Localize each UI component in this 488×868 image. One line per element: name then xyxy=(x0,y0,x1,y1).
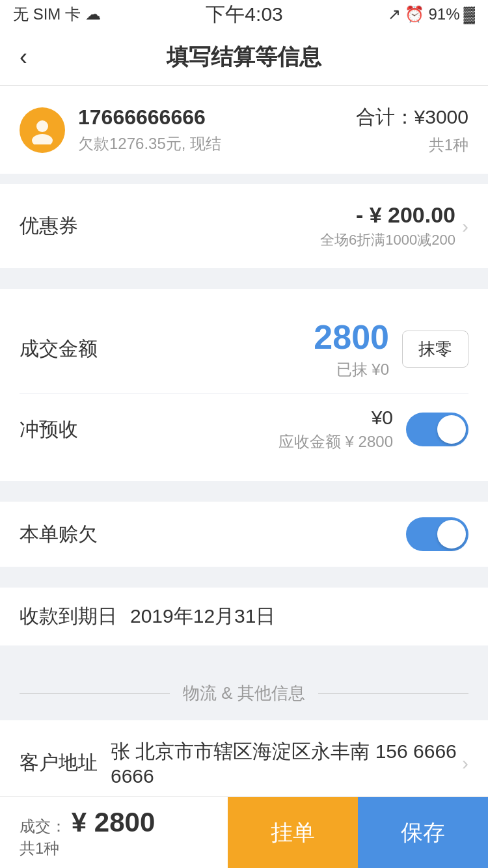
debit-card: 本单赊欠 xyxy=(0,502,488,567)
amount-label: 成交金额 xyxy=(20,336,98,362)
footer-summary-label: 成交： xyxy=(20,817,66,835)
address-card: 客户地址 张 北京市市辖区海淀区永丰南 156 6666 6666 › xyxy=(0,720,488,806)
logistics-divider: 物流 & 其他信息 xyxy=(0,666,488,720)
prepay-value: ¥0 xyxy=(278,407,393,429)
back-button[interactable]: ‹ xyxy=(20,44,27,71)
svg-point-1 xyxy=(32,134,53,144)
amount-sub: 已抹 ¥0 xyxy=(314,359,389,380)
prepay-label: 冲预收 xyxy=(20,416,78,443)
user-debt: 欠款1276.35元, 现结 xyxy=(78,133,356,154)
address-label: 客户地址 xyxy=(20,750,98,776)
amount-right: 2800 已抹 ¥0 抹零 xyxy=(314,318,468,380)
section-divider-1 xyxy=(0,278,488,289)
coupon-right: - ¥ 200.00 全场6折满1000减200 › xyxy=(320,202,468,250)
address-value: 张 北京市市辖区海淀区永丰南 156 6666 6666 xyxy=(111,739,462,787)
sim-label: 无 SIM 卡 ☁ xyxy=(13,4,101,25)
amount-value: 2800 xyxy=(314,318,389,357)
footer-count: 共1种 xyxy=(20,838,208,859)
footer-left: 成交： ¥ 2800 共1种 xyxy=(0,807,228,859)
user-phone: 17666666666 xyxy=(78,105,356,129)
alarm-icon: ⏰ xyxy=(405,5,424,23)
toggle-knob xyxy=(437,415,466,444)
battery-icon: ▓ xyxy=(463,5,475,23)
logistics-label: 物流 & 其他信息 xyxy=(183,682,305,705)
svg-point-0 xyxy=(36,120,48,132)
amount-card: 成交金额 2800 已抹 ¥0 抹零 冲预收 ¥0 应收金额 ¥ 2800 xyxy=(0,289,488,481)
amount-value-wrap: 2800 已抹 ¥0 xyxy=(314,318,389,380)
prepay-row: 冲预收 ¥0 应收金额 ¥ 2800 xyxy=(20,394,468,465)
debit-label: 本单赊欠 xyxy=(20,521,98,548)
due-section: 收款到期日 2019年12月31日 xyxy=(0,588,488,645)
status-left: 无 SIM 卡 ☁ xyxy=(13,4,101,25)
footer: 成交： ¥ 2800 共1种 挂单 保存 xyxy=(0,796,488,868)
coupon-label: 优惠券 xyxy=(20,213,78,239)
coupon-discount: - ¥ 200.00 xyxy=(320,202,455,228)
content-area: 17666666666 欠款1276.35元, 现结 合计：¥3000 共1种 … xyxy=(0,86,488,868)
coupon-card: 优惠券 - ¥ 200.00 全场6折满1000减200 › xyxy=(0,184,488,268)
section-divider-3 xyxy=(0,577,488,588)
user-info: 17666666666 欠款1276.35元, 现结 xyxy=(78,105,356,154)
total-amount: 合计：¥3000 xyxy=(356,104,468,131)
logistics-line-right xyxy=(318,693,468,694)
amount-section: 成交金额 2800 已抹 ¥0 抹零 冲预收 ¥0 应收金额 ¥ 2800 xyxy=(0,289,488,481)
prepay-toggle[interactable] xyxy=(406,413,468,446)
address-row[interactable]: 客户地址 张 北京市市辖区海淀区永丰南 156 6666 6666 › xyxy=(0,720,488,806)
logistics-line-left xyxy=(20,693,170,694)
prepay-right: ¥0 应收金额 ¥ 2800 xyxy=(278,407,468,452)
battery-label: 91% xyxy=(428,5,459,23)
section-divider-2 xyxy=(0,491,488,502)
user-info-card: 17666666666 欠款1276.35元, 现结 合计：¥3000 共1种 xyxy=(0,86,488,174)
chevron-right-icon: › xyxy=(462,215,468,237)
coupon-right-wrap: - ¥ 200.00 全场6折满1000减200 xyxy=(320,202,455,250)
status-bar: 无 SIM 卡 ☁ 下午4:03 ↗ ⏰ 91% ▓ xyxy=(0,0,488,29)
prepay-amount: ¥0 应收金额 ¥ 2800 xyxy=(278,407,393,452)
debit-toggle[interactable] xyxy=(406,517,468,551)
status-time: 下午4:03 xyxy=(206,1,282,28)
due-date-value: 2019年12月31日 xyxy=(130,603,275,630)
page-title: 填写结算等信息 xyxy=(167,42,321,72)
hang-button[interactable]: 挂单 xyxy=(228,797,358,869)
address-chevron-icon: › xyxy=(462,752,468,774)
amount-row: 成交金额 2800 已抹 ¥0 抹零 xyxy=(20,305,468,393)
due-label: 收款到期日 xyxy=(20,603,117,630)
save-button[interactable]: 保存 xyxy=(358,797,488,869)
status-right: ↗ ⏰ 91% ▓ xyxy=(388,5,475,23)
coupon-desc: 全场6折满1000减200 xyxy=(320,230,455,250)
section-divider-4 xyxy=(0,656,488,666)
total-count: 共1种 xyxy=(356,135,468,156)
footer-summary-row: 成交： ¥ 2800 xyxy=(20,807,208,838)
avatar xyxy=(20,107,65,153)
coupon-row[interactable]: 优惠券 - ¥ 200.00 全场6折满1000减200 › xyxy=(0,184,488,268)
debit-section: 本单赊欠 xyxy=(0,502,488,567)
round-button[interactable]: 抹零 xyxy=(402,331,468,368)
prepay-receivable: 应收金额 ¥ 2800 xyxy=(278,431,393,452)
nav-bar: ‹ 填写结算等信息 xyxy=(0,29,488,86)
user-row: 17666666666 欠款1276.35元, 现结 合计：¥3000 共1种 xyxy=(0,86,488,174)
user-total: 合计：¥3000 共1种 xyxy=(356,104,468,156)
location-icon: ↗ xyxy=(388,5,401,23)
debit-toggle-knob xyxy=(437,520,466,549)
due-date-card: 收款到期日 2019年12月31日 xyxy=(0,588,488,645)
footer-amount: ¥ 2800 xyxy=(72,807,155,837)
